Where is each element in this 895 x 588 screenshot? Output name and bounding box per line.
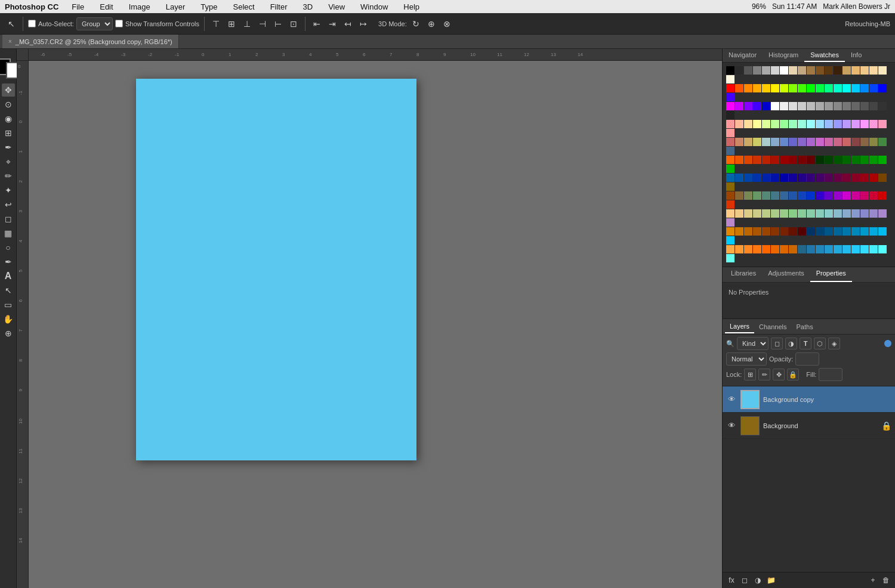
distribute-icon-3[interactable]: ↤ xyxy=(341,17,354,30)
color-swatch[interactable] xyxy=(789,66,797,75)
color-swatch[interactable] xyxy=(834,191,842,200)
color-swatch[interactable] xyxy=(735,102,743,110)
color-swatch[interactable] xyxy=(726,254,734,262)
color-swatch[interactable] xyxy=(762,227,770,236)
color-swatch[interactable] xyxy=(869,84,878,92)
color-swatch[interactable] xyxy=(834,227,842,236)
color-swatch[interactable] xyxy=(789,174,797,182)
color-swatch[interactable] xyxy=(807,156,815,164)
color-swatch[interactable] xyxy=(753,227,761,236)
color-swatch[interactable] xyxy=(807,84,815,92)
color-swatch[interactable] xyxy=(860,174,869,182)
color-swatch[interactable] xyxy=(834,138,842,146)
layer-item-background[interactable]: 👁 Background 🔒 xyxy=(723,413,895,439)
color-swatch[interactable] xyxy=(834,120,842,128)
blend-mode-dropdown[interactable]: Normal Multiply Screen Overlay xyxy=(726,352,767,366)
color-swatch[interactable] xyxy=(726,120,734,128)
color-swatch[interactable] xyxy=(816,174,824,182)
color-swatch[interactable] xyxy=(780,245,788,253)
color-swatch[interactable] xyxy=(789,120,797,128)
color-swatch[interactable] xyxy=(816,102,824,110)
tool-brush[interactable]: ✏ xyxy=(2,169,15,182)
color-swatch[interactable] xyxy=(851,138,860,146)
color-swatch[interactable] xyxy=(780,174,788,182)
color-swatch[interactable] xyxy=(726,209,734,218)
color-swatch[interactable] xyxy=(726,245,734,253)
color-swatch[interactable] xyxy=(744,66,752,75)
tool-eraser[interactable]: ◻ xyxy=(2,212,15,225)
tool-eyedropper[interactable]: ✒ xyxy=(2,141,15,154)
add-fx-icon[interactable]: fx xyxy=(726,575,737,586)
color-swatch[interactable] xyxy=(878,156,887,164)
color-swatch[interactable] xyxy=(762,120,770,128)
color-swatch[interactable] xyxy=(878,138,887,146)
color-swatch[interactable] xyxy=(771,138,779,146)
layer-visibility-background[interactable]: 👁 xyxy=(726,420,737,431)
color-swatch[interactable] xyxy=(726,84,734,92)
tool-gradient[interactable]: ▦ xyxy=(2,227,15,240)
menu-window[interactable]: Window xyxy=(358,1,390,13)
menu-layer[interactable]: Layer xyxy=(163,1,188,13)
tab-swatches[interactable]: Swatches xyxy=(804,49,845,62)
color-swatch[interactable] xyxy=(869,227,878,236)
color-swatch[interactable] xyxy=(744,245,752,253)
filter-type-icon[interactable]: T xyxy=(800,338,811,349)
color-swatch[interactable] xyxy=(726,227,734,236)
color-swatch[interactable] xyxy=(798,191,806,200)
align-left-icon[interactable]: ⊣ xyxy=(256,17,269,30)
color-swatch[interactable] xyxy=(834,102,842,110)
color-swatch[interactable] xyxy=(735,156,743,164)
color-swatch[interactable] xyxy=(825,245,833,253)
tool-history-brush[interactable]: ↩ xyxy=(2,198,15,211)
color-swatch[interactable] xyxy=(851,245,860,253)
color-swatch[interactable] xyxy=(860,138,869,146)
tab-paths[interactable]: Paths xyxy=(792,321,818,333)
tool-lasso[interactable]: ⊙ xyxy=(2,98,15,111)
color-swatch[interactable] xyxy=(744,156,752,164)
new-layer-icon[interactable]: + xyxy=(868,575,878,586)
color-swatch[interactable] xyxy=(825,120,833,128)
color-swatch[interactable] xyxy=(726,182,734,191)
color-swatch[interactable] xyxy=(842,102,851,110)
color-swatch[interactable] xyxy=(771,156,779,164)
tab-channels[interactable]: Channels xyxy=(754,321,791,333)
color-swatch[interactable] xyxy=(860,66,869,75)
color-swatch[interactable] xyxy=(807,138,815,146)
add-mask-icon[interactable]: ◻ xyxy=(739,575,750,586)
color-swatch[interactable] xyxy=(834,66,842,75)
tool-crop[interactable]: ⊞ xyxy=(2,126,15,140)
color-swatch[interactable] xyxy=(851,84,860,92)
color-swatch[interactable] xyxy=(842,156,851,164)
tool-shape[interactable]: ▭ xyxy=(2,298,15,311)
tool-move-icon[interactable]: ↖ xyxy=(5,17,18,30)
color-swatch[interactable] xyxy=(771,245,779,253)
color-swatch[interactable] xyxy=(842,227,851,236)
color-swatch[interactable] xyxy=(762,191,770,200)
color-swatch[interactable] xyxy=(825,191,833,200)
color-swatch[interactable] xyxy=(726,156,734,164)
color-swatch[interactable] xyxy=(789,138,797,146)
color-swatch[interactable] xyxy=(780,102,788,110)
color-swatch[interactable] xyxy=(726,93,734,101)
tool-zoom[interactable]: ⊕ xyxy=(2,327,15,340)
color-swatch[interactable] xyxy=(753,156,761,164)
threed-zoom-icon[interactable]: ⊗ xyxy=(440,17,453,30)
new-group-icon[interactable]: 📁 xyxy=(766,575,776,586)
tab-properties[interactable]: Properties xyxy=(810,267,852,282)
kind-dropdown[interactable]: Kind xyxy=(737,337,769,350)
color-swatch[interactable] xyxy=(851,120,860,128)
color-swatch[interactable] xyxy=(789,209,797,218)
distribute-icon-2[interactable]: ⇥ xyxy=(326,17,339,30)
color-swatch[interactable] xyxy=(825,138,833,146)
tool-dodge[interactable]: ○ xyxy=(2,241,15,254)
color-swatch[interactable] xyxy=(789,156,797,164)
filter-shape-icon[interactable]: ⬡ xyxy=(814,338,826,349)
color-swatch[interactable] xyxy=(798,84,806,92)
color-swatch[interactable] xyxy=(762,102,770,110)
menu-view[interactable]: View xyxy=(326,1,347,13)
menu-edit[interactable]: Edit xyxy=(97,1,115,13)
color-swatch[interactable] xyxy=(860,227,869,236)
menu-help[interactable]: Help xyxy=(401,1,422,13)
color-swatch[interactable] xyxy=(762,156,770,164)
align-right-icon[interactable]: ⊡ xyxy=(287,17,300,30)
